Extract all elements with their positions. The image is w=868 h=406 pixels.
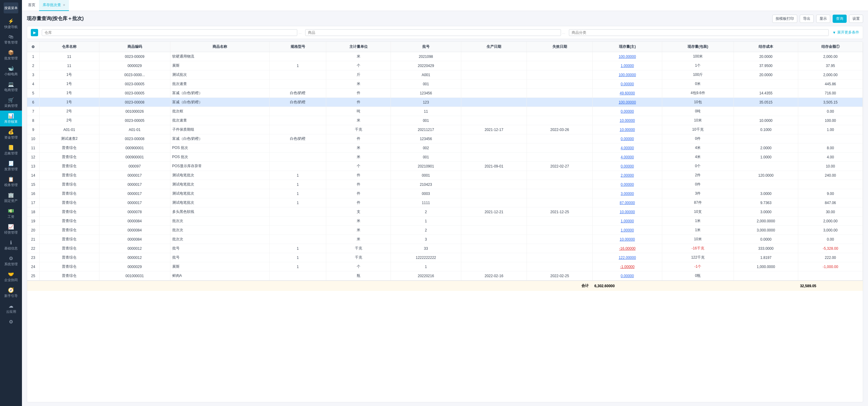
row-batch: 123456 xyxy=(391,89,461,98)
row-code: 0000017 xyxy=(99,180,170,189)
sidebar-item-18[interactable]: ☁云应用 xyxy=(0,301,22,316)
sidebar-icon-5: 🛒 xyxy=(8,97,14,103)
row-qty-pkg: -1个 xyxy=(662,262,734,271)
row-qty-main[interactable]: 10.00000 xyxy=(592,235,662,244)
filter-bar: ▶ ... ... ▼ 展开更多条件 xyxy=(27,26,863,39)
sidebar-item-16[interactable]: 🤝企业协同 xyxy=(0,269,22,285)
filter-expand-btn[interactable]: ▶ xyxy=(31,29,38,36)
row-qty-main[interactable]: 49.60000 xyxy=(592,89,662,98)
row-cost: 35.0515 xyxy=(734,98,798,107)
row-cost: 0.0000 xyxy=(734,235,798,244)
row-qty-main[interactable]: 3.00000 xyxy=(592,189,662,198)
row-amount xyxy=(798,134,863,143)
table-row: 20普查综仓0000084批次次米21.000001米3,000.00003,0… xyxy=(27,226,863,235)
sidebar-item-9[interactable]: 🧾发票管理 xyxy=(0,158,22,174)
row-qty-main[interactable]: 1.00000 xyxy=(592,216,662,226)
row-unit: 斤 xyxy=(326,70,391,79)
row-qty-main[interactable]: 0.00000 xyxy=(592,79,662,89)
row-qty-main[interactable]: -1.00000 xyxy=(592,262,662,271)
row-qty-main[interactable]: 10.00000 xyxy=(592,116,662,125)
sidebar-settings[interactable]: ⚙ xyxy=(0,316,22,328)
row-qty-main[interactable]: 100.00000 xyxy=(592,70,662,79)
row-warehouse: 测试速查2 xyxy=(39,134,99,143)
row-qty-main[interactable]: 122.00000 xyxy=(592,253,662,262)
sidebar-item-3[interactable]: 🐋小鲸电商 xyxy=(0,63,22,79)
expand-more-btn[interactable]: ▼ 展开更多条件 xyxy=(832,29,859,36)
row-qty-main[interactable]: 1.00000 xyxy=(592,61,662,70)
row-qty-main[interactable]: 0.00000 xyxy=(592,107,662,116)
row-qty-main[interactable]: 4.00000 xyxy=(592,153,662,162)
row-qty-main[interactable]: 4.00000 xyxy=(592,143,662,153)
row-spec xyxy=(269,226,326,235)
sidebar-item-4[interactable]: 💻电商管理 xyxy=(0,79,22,95)
row-qty-main[interactable]: -16.00000 xyxy=(592,244,662,253)
row-qty-main[interactable]: 100.00000 xyxy=(592,98,662,107)
row-prod-date xyxy=(461,143,527,153)
goods-input[interactable] xyxy=(305,29,561,36)
row-qty-main[interactable]: 1.00000 xyxy=(592,226,662,235)
row-no: 23 xyxy=(27,253,39,262)
row-amount: 3,000.00 xyxy=(798,226,863,235)
row-qty-main[interactable]: 0.00000 xyxy=(592,180,662,189)
header-actions: 按模板打印 导出 显示 查询 设置 xyxy=(772,14,863,23)
sidebar-item-13[interactable]: 📈经营管理 xyxy=(0,222,22,237)
settings-col-icon[interactable]: ⚙ xyxy=(31,45,35,49)
row-code: 0023-0000... xyxy=(99,70,170,79)
sidebar-item-15[interactable]: ⚙系统管理 xyxy=(0,253,22,269)
row-no: 9 xyxy=(27,125,39,134)
sidebar-item-6[interactable]: 📊库存核算 xyxy=(0,110,22,126)
tab-0[interactable]: 首页 xyxy=(24,0,39,11)
row-code: 0023-00005 xyxy=(99,89,170,98)
sidebar-item-0[interactable]: ⚡快捷导航 xyxy=(0,16,22,32)
row-qty-pkg: -16千克 xyxy=(662,244,734,253)
sidebar-item-7[interactable]: 💰资金管理 xyxy=(0,126,22,142)
sidebar-item-1[interactable]: 🛍零售管理 xyxy=(0,32,22,47)
row-qty-main[interactable]: 100.00000 xyxy=(592,52,662,61)
row-qty-main[interactable]: 10.00000 xyxy=(592,125,662,134)
row-qty-main[interactable]: 0.00000 xyxy=(592,271,662,281)
sidebar-item-12[interactable]: 💵工资 xyxy=(0,206,22,222)
table-row: 82号0023-00005批次速查米00110.0000010米10.00001… xyxy=(27,116,863,125)
table-row: 17普查综仓0000017测试电笔批次1件111187.0000087件9.73… xyxy=(27,198,863,207)
row-qty-main[interactable]: 2.00000 xyxy=(592,171,662,180)
row-batch: 2 xyxy=(391,207,461,216)
row-qty-main[interactable]: 0.00000 xyxy=(592,162,662,171)
col-header-1: 仓库名称 xyxy=(39,42,99,52)
sidebar-item-17[interactable]: 🧭新手引导 xyxy=(0,285,22,301)
sidebar-icon-11: 🏢 xyxy=(8,192,14,198)
row-spec: 1 xyxy=(269,244,326,253)
sidebar-icon-16: 🤝 xyxy=(8,271,14,277)
sidebar-item-11[interactable]: 🏢固定资产 xyxy=(0,190,22,206)
tab-close-1[interactable]: ✕ xyxy=(63,3,65,7)
row-qty-pkg: 0个 xyxy=(662,162,734,171)
row-code: 0023-00008 xyxy=(99,98,170,107)
row-cost: 2.0000 xyxy=(734,143,798,153)
sidebar-item-10[interactable]: 📋税务管理 xyxy=(0,174,22,190)
print-button[interactable]: 按模板打印 xyxy=(772,14,797,23)
display-button[interactable]: 显示 xyxy=(816,14,830,23)
row-qty-main[interactable]: 0.00000 xyxy=(592,134,662,143)
row-prod-date xyxy=(461,198,527,207)
sidebar-logo[interactable]: 搜索菜单 xyxy=(4,2,18,13)
warehouse-input[interactable] xyxy=(42,29,297,36)
row-warehouse: 普查综仓 xyxy=(39,180,99,189)
row-qty-main[interactable]: 10.00000 xyxy=(592,207,662,216)
row-qty-main[interactable]: 87.00000 xyxy=(592,198,662,207)
row-warehouse: 普查综仓 xyxy=(39,198,99,207)
tab-1[interactable]: 库存批次查✕ xyxy=(39,0,69,11)
sidebar-item-8[interactable]: 📒总账管理 xyxy=(0,142,22,158)
category-input[interactable] xyxy=(569,29,829,36)
settings-button[interactable]: 设置 xyxy=(849,14,863,23)
row-batch: 1 xyxy=(391,216,461,226)
row-batch: 0001 xyxy=(391,171,461,180)
sidebar-icon-17: 🧭 xyxy=(8,287,14,293)
sidebar-item-14[interactable]: ℹ基础信息 xyxy=(0,237,22,253)
table-row: 31号0023-0000...测试批次斤A001100.00000100斤20.… xyxy=(27,70,863,79)
row-amount: 222.00 xyxy=(798,253,863,262)
row-prod-date xyxy=(461,89,527,98)
export-button[interactable]: 导出 xyxy=(800,14,814,23)
sidebar-item-2[interactable]: 📦批发管理 xyxy=(0,47,22,63)
row-unit: 米 xyxy=(326,79,391,89)
sidebar-item-5[interactable]: 🛒采购管理 xyxy=(0,95,22,110)
query-button[interactable]: 查询 xyxy=(833,14,847,23)
